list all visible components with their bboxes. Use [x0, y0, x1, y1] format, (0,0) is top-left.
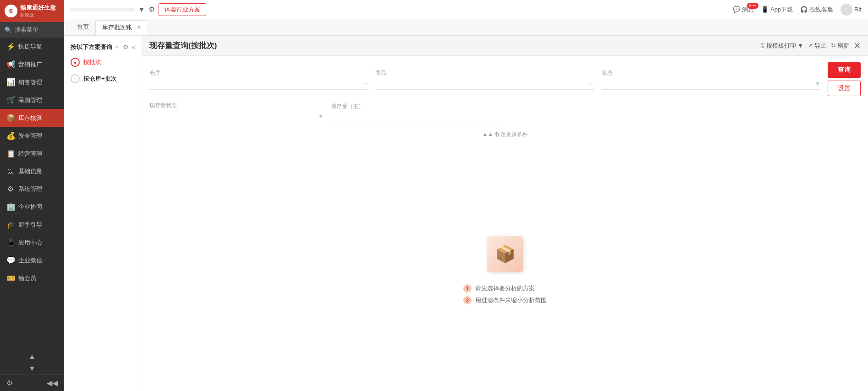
filter-row-1: 仓库 ··· 商品 ··· 状态	[149, 62, 861, 96]
tab-close-icon[interactable]: ✕	[137, 24, 141, 31]
status-label: 状态	[602, 69, 820, 77]
sidebar-item-newbie[interactable]: 🎓 新手引导	[0, 216, 64, 234]
inventory-status-filter: 现存量状态 ▼	[149, 102, 324, 122]
sidebar-scroll-down[interactable]: ▼	[0, 363, 64, 375]
left-panel-title: 按以下方案查询 ＋ ⚙ «	[64, 40, 142, 54]
tab-batch-account[interactable]: 库存批次账 ✕	[95, 20, 148, 35]
warehouse-label: 仓库	[149, 69, 368, 77]
message-action[interactable]: 💬 消息 99+	[733, 5, 754, 14]
status-filter: 状态 ▼	[602, 69, 820, 90]
sidebar-item-operations[interactable]: 📋 经营管理	[0, 145, 64, 163]
refresh-label: 刷新	[837, 42, 849, 50]
warehouse-input[interactable]	[149, 79, 368, 90]
tabbar: 首页 库存批次账 ✕	[64, 19, 868, 36]
empty-state: 📦 1 请先选择要分析的方案 2 用过滤条件来缩小分析范围	[142, 144, 868, 391]
scheme-warehouse-icon: ○	[71, 74, 80, 83]
tab-home-label: 首页	[77, 23, 89, 30]
sidebar-item-finance[interactable]: 💰 资金管理	[0, 127, 64, 145]
settings-button[interactable]: 设置	[828, 81, 861, 96]
inventory-qty-max-input[interactable]	[381, 112, 418, 119]
tab-home[interactable]: 首页	[71, 20, 95, 35]
online-service-label: 在线客服	[809, 5, 833, 14]
sidebar-item-weixin[interactable]: 💬 企业微信	[0, 251, 64, 269]
inventory-status-select-wrapper: ▼	[149, 111, 324, 122]
sidebar-label-inventory: 库存核算	[18, 114, 42, 122]
scheme-item-batch[interactable]: ● 按批次	[64, 54, 142, 71]
online-service-action[interactable]: 🎧 在线客服	[800, 5, 833, 14]
add-scheme-btn[interactable]: ＋	[114, 43, 120, 51]
left-panel: 按以下方案查询 ＋ ⚙ « ● 按批次 ○ 按仓库+批次	[64, 36, 142, 391]
warehouse-filter: 仓库 ···	[149, 69, 368, 90]
online-service-icon: 🎧	[800, 6, 808, 13]
empty-tip-2: 2 用过滤条件来缩小分析范围	[463, 296, 547, 304]
sidebar-header: 6 畅康通好生意 标准版	[0, 0, 64, 22]
system-icon: ⚙	[6, 185, 15, 193]
refresh-btn[interactable]: ↻ 刷新	[831, 42, 849, 50]
product-label: 商品	[375, 69, 594, 77]
product-more-icon[interactable]: ···	[589, 80, 594, 87]
sidebar-item-purchase[interactable]: 🛒 采购管理	[0, 91, 64, 109]
page-header: 现存量查询(按批次) 🖨 按模板打印 ▼ ↗ 导出 ↻ 刷新	[142, 36, 868, 56]
empty-icon-container: 📦	[482, 231, 528, 277]
sidebar-label-member: 畅会员	[18, 274, 36, 282]
tab-batch-label: 库存批次账	[102, 24, 132, 31]
top-search-box	[71, 8, 135, 11]
app-subtitle: 标准版	[20, 12, 56, 18]
app-download-label: App下载	[770, 5, 793, 14]
scheme-batch-icon: ●	[71, 58, 80, 67]
sidebar-item-apps[interactable]: 📱 应用中心	[0, 234, 64, 251]
filter-area: 仓库 ··· 商品 ··· 状态	[142, 56, 868, 144]
sidebar-item-marketing[interactable]: 📢 营销推广	[0, 55, 64, 73]
app-download-action[interactable]: 📱 App下载	[761, 5, 793, 14]
query-button[interactable]: 查询	[828, 62, 861, 78]
inventory-icon: 📦	[6, 114, 15, 122]
sidebar-label-newbie: 新手引导	[18, 221, 42, 229]
scheme-item-warehouse-batch[interactable]: ○ 按仓库+批次	[64, 71, 142, 87]
tip-2-text: 用过滤条件来缩小分析范围	[475, 296, 547, 304]
sidebar-label-purchase: 采购管理	[18, 96, 42, 104]
sidebar-item-member[interactable]: 🎫 畅会员	[0, 269, 64, 287]
scheme-warehouse-label: 按仓库+批次	[83, 75, 117, 83]
topbar-gear-btn[interactable]: ⚙	[148, 5, 155, 14]
print-btn[interactable]: 🖨 按模板打印 ▼	[759, 42, 803, 50]
experience-btn[interactable]: 体验行业方案	[159, 3, 206, 16]
sidebar-scroll-up[interactable]: ▲	[0, 351, 64, 363]
page-title: 现存量查询(按批次)	[149, 40, 217, 51]
status-select[interactable]	[602, 79, 820, 90]
sidebar-label-sales: 销售管理	[18, 78, 42, 87]
export-icon: ↗	[808, 42, 813, 49]
sidebar-item-system[interactable]: ⚙ 系统管理	[0, 180, 64, 198]
sidebar-item-enterprise[interactable]: 🏢 企业协同	[0, 198, 64, 216]
purchase-icon: 🛒	[6, 96, 15, 104]
sidebar-item-inventory[interactable]: 📦 库存核算	[0, 109, 64, 127]
sidebar-bottom: ⚙ ◀◀	[0, 375, 64, 391]
app-download-icon: 📱	[761, 6, 769, 13]
scheme-settings-btn[interactable]: ⚙	[123, 43, 129, 51]
sidebar-item-quick-nav[interactable]: ⚡ 快捷导航	[0, 38, 64, 55]
sidebar-search[interactable]: 🔍 搜索菜单	[0, 22, 64, 38]
collapse-panel-btn[interactable]: «	[132, 43, 135, 51]
avatar	[841, 4, 852, 16]
warehouse-more-icon[interactable]: ···	[363, 80, 368, 87]
collapse-filter-row[interactable]: ▲▲ 收起更多条件	[149, 128, 861, 141]
product-input[interactable]	[375, 79, 594, 90]
settings-button[interactable]: ⚙	[6, 379, 13, 387]
inventory-qty-min-input[interactable]	[331, 112, 368, 119]
empty-tips: 1 请先选择要分析的方案 2 用过滤条件来缩小分析范围	[463, 284, 547, 304]
collapse-sidebar-button[interactable]: ◀◀	[47, 379, 58, 387]
topbar-dropdown-btn[interactable]: ▼	[138, 6, 145, 13]
close-page-btn[interactable]: ✕	[854, 41, 861, 51]
inventory-status-select[interactable]	[149, 111, 324, 122]
app-logo: 6	[5, 5, 17, 17]
inventory-qty-filter: 现存量（主） —	[331, 103, 505, 121]
sidebar-label-weixin: 企业微信	[18, 256, 42, 265]
sidebar-item-basics[interactable]: 🗂 基础信息	[0, 163, 64, 180]
marketing-icon: 📢	[6, 60, 15, 69]
user-avatar-action[interactable]: Rit	[841, 4, 862, 16]
enterprise-icon: 🏢	[6, 202, 15, 211]
export-btn[interactable]: ↗ 导出	[808, 42, 826, 50]
collapse-label: 收起更多条件	[495, 131, 528, 137]
sidebar-search-label: 搜索菜单	[15, 26, 38, 34]
sidebar-item-sales[interactable]: 📊 销售管理	[0, 73, 64, 91]
left-panel-actions: ＋ ⚙ «	[114, 43, 135, 51]
